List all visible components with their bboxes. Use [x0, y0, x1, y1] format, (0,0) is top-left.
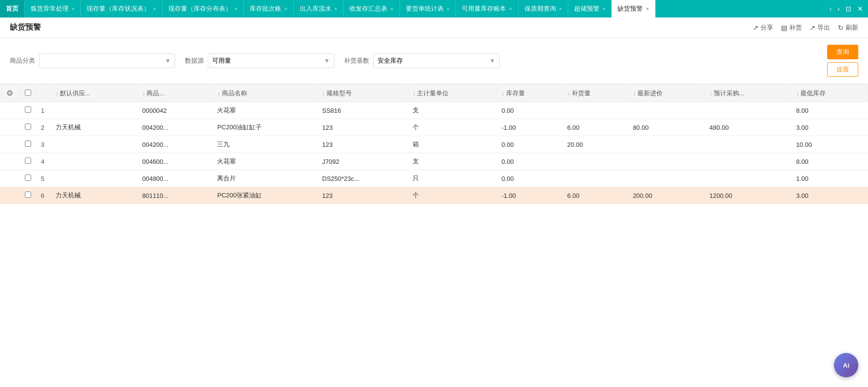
category-select[interactable]: ▼ [39, 53, 175, 68]
tab-expiry-query[interactable]: 保质期查询 × [519, 0, 568, 18]
row-min-stock: 3.00 [791, 187, 868, 204]
row-product-name: 火花塞 [212, 153, 317, 170]
row-unit: 只 [408, 170, 496, 187]
col-unit[interactable]: 主计量单位 [408, 85, 496, 102]
col-row-num [36, 85, 51, 102]
row-replenish-qty: 20.00 [562, 136, 628, 153]
row-spec-model: 123 [317, 119, 408, 136]
tab-inventory-status-close[interactable]: × [153, 6, 156, 12]
row-checkbox[interactable] [25, 158, 31, 164]
table-row: 5 004800... 离合片 DS250*23c... 只 0.00 1.00 [0, 170, 868, 187]
row-replenish-qty: 6.00 [562, 187, 628, 204]
row-number: 2 [36, 119, 51, 136]
replenish-base-filter-group: 补货基数 安全库存 ▼ [344, 53, 500, 68]
row-checkbox-cell[interactable] [19, 153, 36, 170]
row-checkbox[interactable] [25, 106, 31, 113]
tab-abnormal-close[interactable]: × [72, 6, 74, 12]
row-gear-cell [0, 136, 19, 153]
row-replenish-qty [562, 170, 628, 187]
row-checkbox-cell[interactable] [19, 136, 36, 153]
gear-icon[interactable]: ⚙ [6, 89, 13, 97]
nav-next-button[interactable]: › [834, 4, 843, 14]
row-checkbox-cell[interactable] [19, 187, 36, 204]
replenish-base-select[interactable]: 安全库存 ▼ [373, 53, 500, 68]
row-unit: 支 [408, 102, 496, 119]
tab-inout-flow-close[interactable]: × [334, 6, 337, 12]
tab-collect-store-close[interactable]: × [390, 6, 393, 12]
row-default-supplier: 力天机械 [51, 187, 137, 204]
col-product-code[interactable]: 商品... [137, 85, 212, 102]
tab-home[interactable]: 首页 [0, 0, 25, 18]
query-button[interactable]: 查询 [827, 45, 858, 59]
export-action[interactable]: ↗ 导出 [810, 23, 830, 32]
category-filter-group: 商品分类 ▼ [10, 53, 175, 68]
row-number: 3 [36, 136, 51, 153]
refresh-label: 刷新 [846, 23, 858, 32]
row-checkbox[interactable] [25, 123, 31, 130]
tab-shortage-warning[interactable]: 缺货预警 × [612, 0, 655, 18]
row-est-purchase [705, 170, 791, 187]
col-spec-model[interactable]: 规格型号 [317, 85, 408, 102]
category-chevron-down-icon: ▼ [165, 57, 171, 64]
datasource-select[interactable]: 可用量 ▼ [208, 53, 334, 68]
col-default-supplier[interactable]: 默认供应... [51, 85, 137, 102]
nav-restore-button[interactable]: ⊡ [843, 4, 854, 14]
row-product-code: 004600... [137, 153, 212, 170]
col-gear[interactable]: ⚙ [0, 85, 19, 102]
row-latest-price [628, 136, 705, 153]
tab-expiry-query-close[interactable]: × [559, 6, 562, 12]
row-product-code: 801110... [137, 187, 212, 204]
row-min-stock: 3.00 [791, 119, 868, 136]
tab-surplus-warning[interactable]: 超储预警 × [568, 0, 612, 18]
col-checkbox-header[interactable] [19, 85, 36, 102]
datasource-select-value: 可用量 [212, 56, 231, 65]
row-checkbox-cell[interactable] [19, 119, 36, 136]
table-row: 2 力天机械 004200... PC200油缸缸子 123 个 -1.00 6… [0, 119, 868, 136]
row-latest-price: 200.00 [628, 187, 705, 204]
tab-demand-stats-close[interactable]: × [447, 6, 450, 12]
tab-shortage-warning-close[interactable]: × [646, 6, 649, 12]
col-min-stock[interactable]: 最低库存 [791, 85, 868, 102]
row-est-purchase [705, 102, 791, 119]
tab-demand-stats[interactable]: 要货单统计表 × [400, 0, 456, 18]
col-replenish-qty[interactable]: 补货量 [562, 85, 628, 102]
nav-prev-button[interactable]: ‹ [827, 4, 835, 14]
refresh-action[interactable]: ↻ 刷新 [838, 23, 858, 32]
row-checkbox-cell[interactable] [19, 170, 36, 187]
tab-abnormal-label: 炼货异常处理 [31, 4, 69, 13]
row-unit: 箱 [408, 136, 496, 153]
tab-available-ledger[interactable]: 可用量库存账本 × [456, 0, 518, 18]
row-product-name: PC200张紧油缸 [212, 187, 317, 204]
col-stock[interactable]: 库存量 [497, 85, 562, 102]
row-replenish-qty: 6.00 [562, 119, 628, 136]
share-action[interactable]: ↗ 分享 [753, 23, 773, 32]
nav-close-button[interactable]: ✕ [854, 4, 866, 14]
col-est-purchase[interactable]: 预计采购... [705, 85, 791, 102]
tab-abnormal[interactable]: 炼货异常处理 × [25, 0, 81, 18]
tab-available-ledger-close[interactable]: × [509, 6, 512, 12]
col-latest-price[interactable]: 最新进价 [628, 85, 705, 102]
row-default-supplier: 力天机械 [51, 119, 137, 136]
settings-button[interactable]: 设置 [827, 62, 858, 77]
row-min-stock: 10.00 [791, 136, 868, 153]
row-number: 6 [36, 187, 51, 204]
row-checkbox-cell[interactable] [19, 102, 36, 119]
tab-inventory-dist[interactable]: 现存量（库存分布表） × [163, 0, 244, 18]
tab-batch-account[interactable]: 库存批次账 × [244, 0, 293, 18]
row-checkbox[interactable] [25, 175, 31, 181]
col-product-name[interactable]: 商品名称 [212, 85, 317, 102]
row-checkbox[interactable] [25, 192, 31, 198]
row-default-supplier [51, 136, 137, 153]
tab-inventory-status[interactable]: 现存量（库存状况表） × [81, 0, 162, 18]
row-checkbox[interactable] [25, 141, 31, 147]
tab-surplus-warning-close[interactable]: × [602, 6, 605, 12]
table-row: 1 0000042 火花塞 SS816 支 0.00 8.00 [0, 102, 868, 119]
tab-collect-store[interactable]: 收发存汇总表 × [344, 0, 399, 18]
replenish-action[interactable]: ▤ 补货 [781, 23, 802, 32]
tab-batch-account-close[interactable]: × [284, 6, 287, 12]
select-all-checkbox[interactable] [25, 89, 31, 96]
ai-button[interactable]: Ai [834, 353, 858, 377]
tab-inout-flow[interactable]: 出入库流水 × [294, 0, 344, 18]
row-stock: 0.00 [497, 136, 562, 153]
tab-inventory-dist-close[interactable]: × [235, 6, 237, 12]
